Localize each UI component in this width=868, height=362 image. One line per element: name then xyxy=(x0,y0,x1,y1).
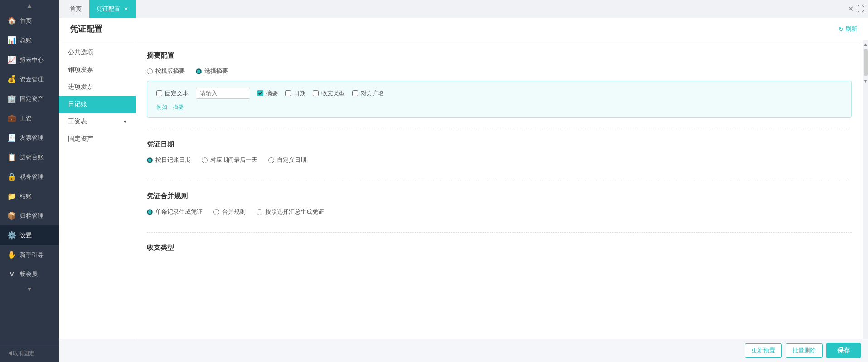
summary-radio-group: 按模版摘要 选择摘要 xyxy=(147,67,852,75)
sidebar-item-salary[interactable]: 💼 工资 xyxy=(0,108,59,128)
sidebar-item-funds[interactable]: 💰 资金管理 xyxy=(0,69,59,89)
single-record-label: 单条记录生成凭证 xyxy=(155,208,203,216)
right-content: 摘要配置 按模版摘要 选择摘要 固定文本 xyxy=(136,40,863,339)
merge-rule-radio-group: 单条记录生成凭证 合并规则 按照选择汇总生成凭证 xyxy=(147,208,852,216)
salary-icon: 💼 xyxy=(7,114,16,122)
tab-close-icon[interactable]: ✕ xyxy=(124,6,128,12)
select-merge-radio-label[interactable]: 按照选择汇总生成凭证 xyxy=(257,208,324,216)
fixed-text-checkbox-label[interactable]: 固定文本 xyxy=(156,89,189,98)
left-nav-item-journal[interactable]: 日记账 xyxy=(59,96,136,113)
single-record-radio-label[interactable]: 单条记录生成凭证 xyxy=(147,208,203,216)
funds-icon: 💰 xyxy=(7,75,16,83)
select-merge-radio[interactable] xyxy=(257,209,262,215)
left-nav-item-payroll-label: 工资表 xyxy=(68,117,87,126)
batch-delete-button[interactable]: 批量删除 xyxy=(786,343,823,358)
tab-voucher-config[interactable]: 凭证配置 ✕ xyxy=(89,0,136,18)
journal-date-radio-label[interactable]: 按日记账日期 xyxy=(147,156,191,164)
sidebar-item-tax[interactable]: 🔒 税务管理 xyxy=(0,167,59,186)
left-nav-item-sales-invoice[interactable]: 销项发票 xyxy=(59,61,136,78)
custom-date-radio[interactable] xyxy=(268,157,274,163)
sidebar-unpin[interactable]: ◀取消固定 xyxy=(0,345,59,362)
income-type-section-title: 收支类型 xyxy=(147,244,852,252)
scroll-thumb[interactable] xyxy=(864,49,868,76)
scroll-up-arrow[interactable]: ▲ xyxy=(863,40,868,48)
sidebar-item-label: 结账 xyxy=(20,192,32,201)
last-day-radio-label[interactable]: 对应期间最后一天 xyxy=(202,156,257,164)
sidebar-item-label: 归档管理 xyxy=(20,212,44,220)
sidebar: ▲ 🏠 首页 📊 总账 📈 报表中心 💰 资金管理 🏢 固定资产 💼 工资 🧾 … xyxy=(0,0,59,362)
date-checkbox[interactable] xyxy=(285,90,291,96)
counterpart-checkbox-label[interactable]: 对方户名 xyxy=(352,89,384,98)
tab-voucher-config-label: 凭证配置 xyxy=(97,5,120,13)
left-nav-item-journal-label: 日记账 xyxy=(68,100,87,108)
counterpart-checkbox[interactable] xyxy=(352,90,358,96)
left-nav-item-fixed-assets-label: 固定资产 xyxy=(68,135,93,143)
left-nav-item-payroll[interactable]: 工资表 ▾ xyxy=(59,113,136,130)
tab-bar: 首页 凭证配置 ✕ ✕ ⛶ xyxy=(59,0,868,18)
last-day-radio[interactable] xyxy=(202,157,208,163)
single-record-radio[interactable] xyxy=(147,209,153,215)
scroll-down-arrow[interactable]: ▼ xyxy=(863,77,868,85)
sidebar-item-label: 工资 xyxy=(20,114,32,122)
fixed-text-checkbox[interactable] xyxy=(156,90,162,96)
sidebar-scroll-down[interactable]: ▼ xyxy=(0,284,59,294)
journal-date-radio[interactable] xyxy=(147,157,153,163)
sidebar-item-purchase-ledger[interactable]: 📋 进销台账 xyxy=(0,147,59,167)
merge-rule-radio-label-opt[interactable]: 合并规则 xyxy=(213,208,246,216)
tab-expand-button[interactable]: ⛶ xyxy=(857,5,864,13)
sidebar-item-label: 发票管理 xyxy=(20,134,44,142)
summary-example: 例如：摘要 xyxy=(156,103,842,111)
income-type-checkbox[interactable] xyxy=(313,90,319,96)
left-nav-item-sales-invoice-label: 销项发票 xyxy=(68,66,93,74)
select-summary-radio-label[interactable]: 选择摘要 xyxy=(196,67,228,75)
summary-checkbox-row: 固定文本 摘要 日期 收支类型 xyxy=(156,88,842,99)
sidebar-item-settings[interactable]: ⚙️ 设置 xyxy=(0,225,59,245)
summary-checkbox[interactable] xyxy=(257,90,263,96)
sidebar-item-home[interactable]: 🏠 首页 xyxy=(0,11,59,30)
left-nav: 公共选项 销项发票 进项发票 日记账 工资表 ▾ 固定资产 xyxy=(59,40,136,339)
sidebar-item-member[interactable]: V 畅会员 xyxy=(0,264,59,284)
income-type-checkbox-label[interactable]: 收支类型 xyxy=(313,89,345,98)
template-summary-radio[interactable] xyxy=(147,68,153,74)
sidebar-item-label: 进销台账 xyxy=(20,153,44,161)
summary-config-title: 摘要配置 xyxy=(147,51,852,60)
archive-icon: 📦 xyxy=(7,211,16,220)
sidebar-item-close[interactable]: 📁 结账 xyxy=(0,186,59,206)
select-summary-label: 选择摘要 xyxy=(204,67,228,75)
sidebar-item-label: 报表中心 xyxy=(20,56,44,64)
summary-checkbox-label[interactable]: 摘要 xyxy=(257,89,278,98)
sidebar-scroll-up[interactable]: ▲ xyxy=(0,0,59,11)
custom-date-label: 自定义日期 xyxy=(277,156,306,164)
fixed-text-input[interactable] xyxy=(196,88,250,99)
date-checkbox-label[interactable]: 日期 xyxy=(285,89,305,98)
date-label: 日期 xyxy=(294,89,305,98)
select-summary-radio[interactable] xyxy=(196,68,202,74)
left-nav-item-fixed-assets[interactable]: 固定资产 xyxy=(59,130,136,147)
sidebar-item-ledger[interactable]: 📊 总账 xyxy=(0,30,59,50)
content-layout: 公共选项 销项发票 进项发票 日记账 工资表 ▾ 固定资产 摘要配置 xyxy=(59,40,868,339)
save-button[interactable]: 保存 xyxy=(826,343,861,358)
sidebar-item-archive[interactable]: 📦 归档管理 xyxy=(0,206,59,225)
template-summary-radio-label[interactable]: 按模版摘要 xyxy=(147,67,185,75)
home-icon: 🏠 xyxy=(7,16,16,25)
sidebar-item-reports[interactable]: 📈 报表中心 xyxy=(0,50,59,69)
refresh-button[interactable]: ↻ 刷新 xyxy=(839,25,857,33)
merge-rule-radio[interactable] xyxy=(213,209,219,215)
refresh-icon: ↻ xyxy=(839,26,844,33)
summary-config-box: 固定文本 摘要 日期 收支类型 xyxy=(147,81,852,118)
custom-date-radio-label[interactable]: 自定义日期 xyxy=(268,156,306,164)
update-preview-button[interactable]: 更新预置 xyxy=(745,343,782,358)
tab-home[interactable]: 首页 xyxy=(63,0,89,18)
left-nav-item-purchase-invoice-label: 进项发票 xyxy=(68,83,93,91)
tax-icon: 🔒 xyxy=(7,172,16,181)
tab-close-window-button[interactable]: ✕ xyxy=(848,5,853,13)
sidebar-item-assets[interactable]: 🏢 固定资产 xyxy=(0,89,59,108)
journal-date-label: 按日记账日期 xyxy=(155,156,191,164)
left-nav-item-purchase-invoice[interactable]: 进项发票 xyxy=(59,78,136,96)
page-title: 凭证配置 xyxy=(70,24,102,34)
left-nav-item-public-label: 公共选项 xyxy=(68,49,93,57)
sidebar-item-invoice-mgmt[interactable]: 🧾 发票管理 xyxy=(0,128,59,147)
sidebar-item-guide[interactable]: ✋ 新手引导 xyxy=(0,245,59,264)
left-nav-item-public[interactable]: 公共选项 xyxy=(59,44,136,61)
tab-bar-actions: ✕ ⛶ xyxy=(848,5,868,13)
